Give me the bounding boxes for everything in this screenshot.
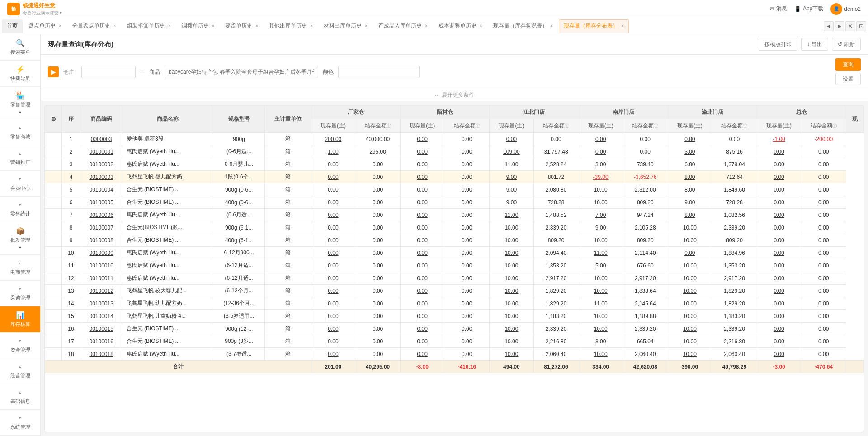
row-code-11[interactable]: 00100011: [80, 272, 123, 285]
row-code-13[interactable]: 00100013: [80, 297, 123, 310]
row-val-0-2[interactable]: 0.00: [401, 133, 444, 145]
row-val-8-8[interactable]: 10.00: [668, 234, 712, 247]
row-val-7-2[interactable]: 0.00: [401, 221, 444, 234]
row-val-1-10[interactable]: 0.00: [757, 145, 801, 158]
row-val-8-4[interactable]: 10.00: [490, 234, 533, 247]
row-val-7-8[interactable]: 10.00: [668, 221, 712, 234]
row-val-12-0[interactable]: 0.00: [311, 285, 355, 297]
row-val-17-6[interactable]: 10.00: [579, 348, 623, 361]
row-val-15-0[interactable]: 0.00: [311, 323, 355, 335]
row-val-11-0[interactable]: 0.00: [311, 272, 355, 285]
sidebar-item-11[interactable]: ▫资金管理: [0, 333, 40, 358]
nav-tab-11[interactable]: 现存量（库存分布表）×: [559, 19, 629, 33]
row-check-13[interactable]: [45, 297, 62, 310]
row-val-10-0[interactable]: 0.00: [311, 259, 355, 272]
row-val-13-10[interactable]: 0.00: [757, 297, 801, 310]
row-val-15-8[interactable]: 10.00: [668, 323, 712, 335]
nav-tab-3[interactable]: 组装拆卸单历史×: [122, 19, 176, 33]
row-val-6-10[interactable]: 0.00: [757, 209, 801, 221]
row-val-8-10[interactable]: 0.00: [757, 234, 801, 247]
tab-close-all-btn[interactable]: ✕: [845, 21, 855, 31]
row-val-1-0[interactable]: 1.00: [311, 145, 355, 158]
row-val-4-10[interactable]: 0.00: [757, 183, 801, 196]
refresh-btn[interactable]: ↺ 刷新: [832, 38, 861, 51]
info-icon-0[interactable]: ⓘ: [387, 123, 391, 128]
tab-close-2[interactable]: ×: [113, 23, 116, 28]
row-code-6[interactable]: 00100006: [80, 209, 123, 221]
row-val-10-4[interactable]: 10.00: [490, 259, 533, 272]
row-val-16-0[interactable]: 0.00: [311, 335, 355, 348]
row-code-9[interactable]: 00100009: [80, 247, 123, 259]
row-val-13-2[interactable]: 0.00: [401, 297, 444, 310]
row-val-17-8[interactable]: 10.00: [668, 348, 712, 361]
row-val-17-10[interactable]: 0.00: [757, 348, 801, 361]
sidebar-item-7[interactable]: 📦批发管理▾: [0, 222, 40, 255]
user-area[interactable]: 👤 demo2: [830, 3, 861, 15]
row-code-17[interactable]: 00100018: [80, 348, 123, 361]
sidebar-item-12[interactable]: ▫经营管理: [0, 358, 40, 384]
row-check-4[interactable]: [45, 183, 62, 196]
row-val-6-0[interactable]: 0.00: [311, 209, 355, 221]
row-val-11-10[interactable]: 0.00: [757, 272, 801, 285]
row-val-9-2[interactable]: 0.00: [401, 247, 444, 259]
row-val-16-4[interactable]: 10.00: [490, 335, 533, 348]
nav-tab-5[interactable]: 要货单历史×: [220, 19, 263, 33]
row-val-14-0[interactable]: 0.00: [311, 310, 355, 323]
row-val-3-2[interactable]: 0.00: [401, 171, 444, 183]
tab-close-5[interactable]: ×: [255, 23, 258, 28]
row-val-5-6[interactable]: 10.00: [579, 196, 623, 209]
nav-tab-2[interactable]: 分量盘点单历史×: [67, 19, 121, 33]
row-val-17-0[interactable]: 0.00: [311, 348, 355, 361]
row-val-11-6[interactable]: 10.00: [579, 272, 623, 285]
info-icon-2[interactable]: ⓘ: [565, 123, 569, 128]
info-icon-3[interactable]: ⓘ: [654, 123, 658, 128]
row-val-3-8[interactable]: 8.00: [668, 171, 712, 183]
nav-tab-10[interactable]: 现存量（库存状况表）×: [488, 19, 558, 33]
row-val-0-6[interactable]: 0.00: [579, 133, 623, 145]
tab-close-4[interactable]: ×: [212, 23, 215, 28]
row-val-0-10[interactable]: -1.00: [757, 133, 801, 145]
query-btn[interactable]: 查询: [835, 58, 861, 71]
row-code-5[interactable]: 00100005: [80, 196, 123, 209]
tab-expand-btn[interactable]: ⊡: [856, 21, 866, 31]
tab-prev-btn[interactable]: ◀: [824, 21, 834, 31]
row-code-16[interactable]: 00100016: [80, 335, 123, 348]
row-val-6-4[interactable]: 11.00: [490, 209, 533, 221]
row-val-15-10[interactable]: 0.00: [757, 323, 801, 335]
row-val-6-2[interactable]: 0.00: [401, 209, 444, 221]
row-val-16-8[interactable]: 10.00: [668, 335, 712, 348]
nav-tab-4[interactable]: 调拨单历史×: [177, 19, 220, 33]
info-icon-4[interactable]: ⓘ: [743, 123, 747, 128]
filter-toggle-btn[interactable]: ▶: [48, 66, 59, 77]
row-val-10-8[interactable]: 10.00: [668, 259, 712, 272]
row-val-0-0[interactable]: 200.00: [311, 133, 355, 145]
row-check-6[interactable]: [45, 209, 62, 221]
row-val-4-8[interactable]: 8.00: [668, 183, 712, 196]
row-val-5-2[interactable]: 0.00: [401, 196, 444, 209]
row-val-11-8[interactable]: 10.00: [668, 272, 712, 285]
row-code-12[interactable]: 00100012: [80, 285, 123, 297]
warehouse-input[interactable]: [81, 66, 136, 78]
nav-tab-7[interactable]: 材料出库单历史×: [319, 19, 373, 33]
row-val-1-8[interactable]: 3.00: [668, 145, 712, 158]
row-val-9-4[interactable]: 10.00: [490, 247, 533, 259]
row-val-5-10[interactable]: 0.00: [757, 196, 801, 209]
row-check-9[interactable]: [45, 247, 62, 259]
row-val-6-6[interactable]: 7.00: [579, 209, 623, 221]
row-code-4[interactable]: 00100004: [80, 183, 123, 196]
sidebar-item-8[interactable]: ▫电商管理: [0, 255, 40, 281]
row-val-3-10[interactable]: 0.00: [757, 171, 801, 183]
row-check-3[interactable]: [45, 171, 62, 183]
row-val-16-2[interactable]: 0.00: [401, 335, 444, 348]
row-val-12-2[interactable]: 0.00: [401, 285, 444, 297]
filter-settings-btn[interactable]: 设置: [835, 73, 861, 85]
row-val-15-2[interactable]: 0.00: [401, 323, 444, 335]
sidebar-item-2[interactable]: 🏪零售管理▲: [0, 87, 40, 119]
row-val-16-10[interactable]: 0.00: [757, 335, 801, 348]
row-val-15-4[interactable]: 10.00: [490, 323, 533, 335]
row-val-17-2[interactable]: 0.00: [401, 348, 444, 361]
row-val-0-4[interactable]: 0.00: [490, 133, 533, 145]
sidebar-item-4[interactable]: ▫营销推广: [0, 145, 40, 171]
row-check-15[interactable]: [45, 323, 62, 335]
row-code-10[interactable]: 00100010: [80, 259, 123, 272]
